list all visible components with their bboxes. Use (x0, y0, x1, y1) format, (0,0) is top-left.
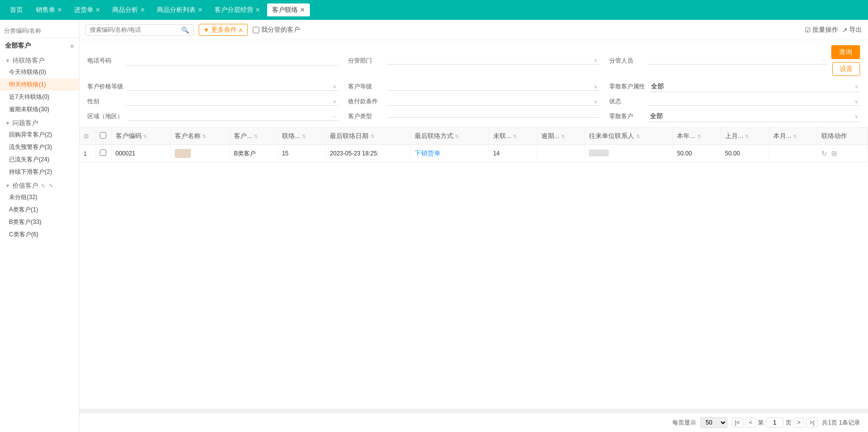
grid-action-icon[interactable]: ⊞ (831, 149, 837, 157)
region-select[interactable]: ··· (127, 113, 338, 121)
nav-tab-purchase[interactable]: 进货单 ✕ (69, 3, 105, 16)
manager-label: 分管人员 (609, 57, 644, 65)
sort-icon[interactable]: ⇅ (254, 134, 258, 139)
close-icon[interactable]: ✕ (57, 6, 62, 13)
close-icon[interactable]: ✕ (140, 6, 145, 13)
sidebar-item-churn-warning[interactable]: 流失预警客户(3) (0, 141, 79, 153)
sort-icon[interactable]: ⇅ (513, 134, 517, 139)
table-row: 1 000021 B类客户 15 2023-05-23 18:25: 下销货单 … (79, 145, 868, 162)
sidebar-search-input[interactable] (4, 27, 78, 34)
sidebar-item-class-a[interactable]: A类客户(1) (0, 204, 79, 216)
filter-bar: 🔍 ▼ 更多条件 ∧ 我分管的客户 ☑ 批量操作 ↗ 导出 (79, 20, 868, 40)
sidebar-item-ungrouped[interactable]: 未分组(32) (0, 191, 79, 204)
sidebar-group-pending: ▼ 待联络客户 (0, 53, 79, 66)
page-number-input[interactable] (766, 418, 784, 428)
search-button[interactable]: 🔍 (181, 26, 189, 34)
chevron-down-icon: ∨ (855, 99, 858, 104)
last-contact-link[interactable]: 下销货单 (415, 149, 440, 157)
sort-icon[interactable]: ⇅ (745, 134, 749, 139)
phone-input[interactable] (126, 56, 338, 66)
customer-level-label: 客户等级 (348, 82, 383, 91)
dept-select[interactable]: ∨ (387, 57, 599, 65)
sort-icon[interactable]: ⇅ (697, 134, 701, 139)
select-all-checkbox[interactable] (100, 132, 106, 139)
sort-icon[interactable]: ⇅ (302, 134, 306, 139)
first-page-button[interactable]: |< (731, 418, 743, 428)
col-last-method: 最后联络方式 ⇅ (411, 128, 489, 145)
sidebar-item-7days[interactable]: 近7天待联络(0) (0, 91, 79, 103)
col-code: 客户编码 ⇅ (111, 128, 170, 145)
last-page-button[interactable]: >| (806, 418, 818, 428)
status-label: 状态 (609, 97, 644, 106)
nav-tab-analysis[interactable]: 商品分析 ✕ (107, 3, 150, 16)
close-icon[interactable]: ✕ (198, 6, 203, 13)
sidebar-search-bar: 🔍 (0, 24, 79, 38)
customer-level-select[interactable]: ∨ (387, 83, 599, 91)
action-icons: ↻ ⊞ (821, 149, 864, 157)
nav-tab-customer-contact[interactable]: 客户联络 ✕ (267, 3, 310, 16)
retail-attr-select[interactable]: 全部 ∨ (649, 81, 860, 92)
arrow-down-icon: ▼ (5, 58, 10, 64)
row-checkbox[interactable] (100, 149, 106, 156)
pagination: |< < 第 页 > >| (731, 418, 818, 428)
sort-icon[interactable]: ⇅ (370, 134, 374, 139)
next-page-button[interactable]: > (794, 418, 804, 428)
sidebar-item-abnormal[interactable]: 回购异常客户(2) (0, 129, 79, 141)
gender-select[interactable]: ∨ (126, 98, 338, 106)
sidebar-item-class-b[interactable]: B类客户(33) (0, 216, 79, 228)
sidebar-item-tomorrow[interactable]: 明天待联络(1) (0, 78, 79, 91)
export-button[interactable]: ↗ 导出 (842, 25, 862, 34)
collapse-icon[interactable]: « (70, 42, 74, 50)
payment-select[interactable]: ∨ (387, 98, 599, 106)
chevron-down-icon: ∨ (594, 58, 597, 63)
dept-label: 分管部门 (348, 57, 383, 65)
refresh-action-icon[interactable]: ↻ (821, 149, 827, 157)
close-icon[interactable]: ✕ (255, 6, 260, 13)
sidebar-all-customers[interactable]: 全部客户 « (0, 38, 79, 53)
query-button[interactable]: 查询 (831, 45, 860, 59)
batch-operation-button[interactable]: ☑ 批量操作 (805, 25, 838, 34)
sort-icon[interactable]: ⇅ (202, 134, 206, 139)
manager-select[interactable]: ··· (648, 57, 827, 65)
page-size-select[interactable]: 50 100 200 (700, 417, 727, 428)
prev-page-button[interactable]: < (745, 418, 756, 428)
sort-icon[interactable]: ⇅ (455, 134, 459, 139)
more-filter-button[interactable]: ▼ 更多条件 ∧ (199, 24, 248, 36)
sort-icon[interactable]: ⇅ (636, 134, 640, 139)
sidebar-item-today[interactable]: 今天待联络(0) (0, 66, 79, 78)
filter-gender: 性别 ∨ (87, 97, 338, 106)
nav-home[interactable]: 首页 (4, 3, 29, 16)
sidebar-item-class-c[interactable]: C类客户(6) (0, 228, 79, 241)
data-table: ⚙ 客户编码 ⇅ 客户名称 ⇅ 客户... ⇅ 联络... ⇅ 最后联络日期 ⇅… (79, 128, 868, 162)
status-select[interactable]: ∨ (648, 98, 860, 106)
col-this-month: 本月... ⇅ (769, 128, 817, 145)
search-input[interactable] (90, 26, 179, 33)
ellipsis-icon: ··· (332, 114, 336, 119)
settings-icon[interactable]: ⚙ (83, 133, 89, 140)
sidebar-item-declining[interactable]: 持续下滑客户(2) (0, 166, 79, 178)
horizontal-scrollbar[interactable] (79, 409, 868, 413)
sidebar-item-churned[interactable]: 已流失客户(24) (0, 153, 79, 166)
retail-customer-select[interactable]: 全部 ∨ (648, 111, 860, 122)
sort-icon[interactable]: ⇅ (561, 134, 565, 139)
page-total: 共1页 1条记录 (822, 419, 860, 427)
sort-icon[interactable]: ⇅ (793, 134, 797, 139)
close-icon[interactable]: ✕ (95, 6, 100, 13)
page-unit: 页 (786, 419, 792, 427)
gender-label: 性别 (87, 97, 122, 106)
reset-button[interactable]: 设置 (832, 62, 860, 76)
chevron-down-icon: ∨ (855, 114, 858, 119)
chevron-down-icon: ∨ (594, 84, 597, 89)
sidebar-item-overdue[interactable]: 逾期未联络(30) (0, 103, 79, 116)
customer-type-select[interactable] (387, 115, 599, 118)
nav-tab-customer-tier[interactable]: 客户分层经营 ✕ (210, 3, 265, 16)
filter-value-level: 客户价格等级 ∨ (87, 81, 338, 92)
my-customer-checkbox[interactable] (253, 27, 259, 33)
value-level-select[interactable]: ∨ (127, 83, 338, 91)
nav-tab-sales[interactable]: 销售单 ✕ (31, 3, 67, 16)
sidebar-group-value: ▼ 价值客户 ↻ ✎ (0, 178, 79, 191)
nav-tab-analysis-list[interactable]: 商品分析列表 ✕ (152, 3, 208, 16)
sort-icon[interactable]: ⇅ (143, 134, 147, 139)
chevron-down-icon: ∨ (594, 99, 597, 104)
close-icon[interactable]: ✕ (300, 6, 305, 13)
